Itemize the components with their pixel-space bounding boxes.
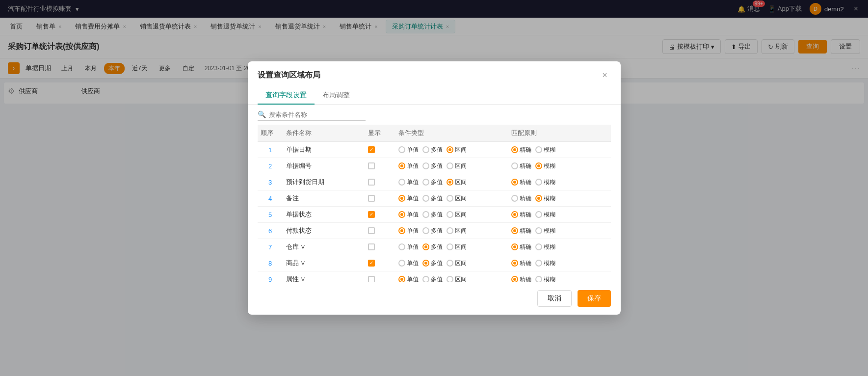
table-row: 1单据日期单值多值区间精确模糊 [258,142,611,158]
type-radio-区间[interactable]: 区间 [447,162,467,170]
row-match-radio-group[interactable]: 精确模糊 [508,239,611,255]
dialog-set-query: 设置查询区域布局 × 查询字段设置 布局调整 🔍 顺序 [248,61,621,315]
type-radio-单值[interactable]: 单值 [398,259,419,268]
table-header-row: 顺序 条件名称 显示 条件类型 匹配原则 [258,125,611,142]
row-type-radio-group[interactable]: 单值多值区间 [395,142,508,158]
row-show-checkbox[interactable] [365,255,396,271]
row-match-radio-group[interactable]: 精确模糊 [508,271,611,282]
type-radio-区间[interactable]: 区间 [447,146,467,154]
col-header-order: 顺序 [258,125,283,142]
row-show-checkbox[interactable] [365,190,396,207]
table-row: 4备注单值多值区间精确模糊 [258,190,611,207]
row-show-checkbox[interactable] [365,207,396,223]
row-type-radio-group[interactable]: 单值多值区间 [395,158,508,174]
type-radio-区间[interactable]: 区间 [447,243,467,251]
type-radio-单值[interactable]: 单值 [398,211,419,219]
type-radio-多值[interactable]: 多值 [422,243,443,251]
table-row: 8商品 ∨单值多值区间精确模糊 [258,255,611,271]
row-condition-name: 属性 ∨ [283,271,365,282]
match-radio-精确[interactable]: 精确 [511,211,531,219]
type-radio-单值[interactable]: 单值 [398,275,419,282]
dialog-footer: 取消 保存 [248,282,621,315]
conditions-table: 顺序 条件名称 显示 条件类型 匹配原则 1单据日期单值多值区间精确模糊2单据编… [248,125,621,282]
row-order: 9 [258,271,283,282]
match-radio-模糊[interactable]: 模糊 [535,194,555,203]
row-show-checkbox[interactable] [365,142,396,158]
match-radio-模糊[interactable]: 模糊 [535,275,555,282]
dialog-tabs: 查询字段设置 布局调整 [248,87,621,105]
row-type-radio-group[interactable]: 单值多值区间 [395,190,508,207]
match-radio-模糊[interactable]: 模糊 [535,178,555,187]
match-radio-模糊[interactable]: 模糊 [535,211,555,219]
type-radio-多值[interactable]: 多值 [422,194,443,203]
cancel-btn[interactable]: 取消 [537,290,572,307]
match-radio-模糊[interactable]: 模糊 [535,146,555,154]
type-radio-单值[interactable]: 单值 [398,243,419,251]
type-radio-多值[interactable]: 多值 [422,227,443,235]
dialog-tab-query-fields[interactable]: 查询字段设置 [258,87,315,105]
row-match-radio-group[interactable]: 精确模糊 [508,158,611,174]
type-radio-区间[interactable]: 区间 [447,194,467,203]
type-radio-多值[interactable]: 多值 [422,275,443,282]
search-input[interactable] [269,111,357,118]
row-match-radio-group[interactable]: 精确模糊 [508,207,611,223]
type-radio-多值[interactable]: 多值 [422,162,443,170]
type-radio-多值[interactable]: 多值 [422,146,443,154]
row-show-checkbox[interactable] [365,271,396,282]
row-order: 3 [258,174,283,190]
row-order: 4 [258,190,283,207]
row-match-radio-group[interactable]: 精确模糊 [508,174,611,190]
row-show-checkbox[interactable] [365,158,396,174]
type-radio-单值[interactable]: 单值 [398,178,419,187]
row-type-radio-group[interactable]: 单值多值区间 [395,255,508,271]
row-type-radio-group[interactable]: 单值多值区间 [395,223,508,239]
match-radio-精确[interactable]: 精确 [511,227,531,235]
type-radio-区间[interactable]: 区间 [447,227,467,235]
row-match-radio-group[interactable]: 精确模糊 [508,223,611,239]
row-match-radio-group[interactable]: 精确模糊 [508,255,611,271]
row-type-radio-group[interactable]: 单值多值区间 [395,207,508,223]
row-match-radio-group[interactable]: 精确模糊 [508,190,611,207]
row-order: 6 [258,223,283,239]
type-radio-多值[interactable]: 多值 [422,178,443,187]
match-radio-精确[interactable]: 精确 [511,146,531,154]
dialog-tab-layout[interactable]: 布局调整 [315,87,358,105]
match-radio-模糊[interactable]: 模糊 [535,227,555,235]
match-radio-精确[interactable]: 精确 [511,194,531,203]
row-type-radio-group[interactable]: 单值多值区间 [395,239,508,255]
row-order: 2 [258,158,283,174]
type-radio-多值[interactable]: 多值 [422,259,443,268]
type-radio-单值[interactable]: 单值 [398,146,419,154]
match-radio-精确[interactable]: 精确 [511,243,531,251]
row-show-checkbox[interactable] [365,223,396,239]
col-header-name: 条件名称 [283,125,365,142]
row-show-checkbox[interactable] [365,239,396,255]
type-radio-多值[interactable]: 多值 [422,211,443,219]
match-radio-精确[interactable]: 精确 [511,275,531,282]
table-row: 9属性 ∨单值多值区间精确模糊 [258,271,611,282]
row-match-radio-group[interactable]: 精确模糊 [508,142,611,158]
match-radio-精确[interactable]: 精确 [511,259,531,268]
dialog-close-btn[interactable]: × [599,69,611,81]
save-btn[interactable]: 保存 [578,290,611,307]
type-radio-单值[interactable]: 单值 [398,227,419,235]
match-radio-模糊[interactable]: 模糊 [535,243,555,251]
row-condition-name: 仓库 ∨ [283,239,365,255]
row-type-radio-group[interactable]: 单值多值区间 [395,174,508,190]
match-radio-模糊[interactable]: 模糊 [535,259,555,268]
match-radio-精确[interactable]: 精确 [511,178,531,187]
type-radio-区间[interactable]: 区间 [447,211,467,219]
row-show-checkbox[interactable] [365,174,396,190]
dialog-title: 设置查询区域布局 [258,70,320,81]
match-radio-模糊[interactable]: 模糊 [535,162,555,170]
type-radio-区间[interactable]: 区间 [447,259,467,268]
col-header-match: 匹配原则 [508,125,611,142]
row-type-radio-group[interactable]: 单值多值区间 [395,271,508,282]
match-radio-精确[interactable]: 精确 [511,162,531,170]
dialog-header: 设置查询区域布局 × [248,61,621,81]
type-radio-单值[interactable]: 单值 [398,162,419,170]
type-radio-区间[interactable]: 区间 [447,178,467,187]
row-condition-name: 商品 ∨ [283,255,365,271]
type-radio-单值[interactable]: 单值 [398,194,419,203]
type-radio-区间[interactable]: 区间 [447,275,467,282]
